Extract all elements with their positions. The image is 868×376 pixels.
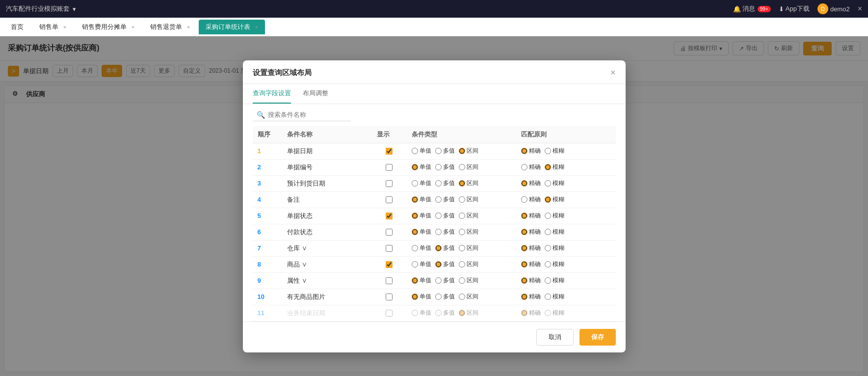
match-radio-模糊[interactable]: 模糊 <box>545 244 564 252</box>
tab-home[interactable]: 首页 <box>4 20 30 34</box>
tab-sales[interactable]: 销售单 × <box>32 20 73 34</box>
match-radio-模糊[interactable]: 模糊 <box>545 163 564 171</box>
dialog-close-btn[interactable]: × <box>610 68 616 77</box>
tab-sales-close[interactable]: × <box>63 24 66 30</box>
match-radio-精确[interactable]: 精确 <box>521 244 541 252</box>
type-radio-多值[interactable]: 多值 <box>435 293 455 301</box>
type-radio-单值[interactable]: 单值 <box>412 195 431 204</box>
show-checkbox[interactable] <box>386 180 393 187</box>
match-radio-模糊[interactable]: 模糊 <box>545 309 564 317</box>
show-checkbox[interactable] <box>386 196 393 203</box>
type-radio-区间[interactable]: 区间 <box>459 309 478 317</box>
type-radio-单值[interactable]: 单值 <box>412 212 431 220</box>
type-radio-多值[interactable]: 多值 <box>435 228 455 236</box>
type-radio-多值[interactable]: 多值 <box>435 163 455 171</box>
type-radio-区间[interactable]: 区间 <box>459 212 478 220</box>
avatar-icon: D <box>817 3 828 14</box>
type-radio-单值[interactable]: 单值 <box>412 244 431 252</box>
match-radio-模糊[interactable]: 模糊 <box>545 260 564 269</box>
match-radio-group: 精确 模糊 <box>521 244 611 252</box>
type-radio-区间[interactable]: 区间 <box>459 163 478 171</box>
match-radio-模糊[interactable]: 模糊 <box>545 293 564 301</box>
match-radio-精确[interactable]: 精确 <box>521 212 541 220</box>
show-cell <box>372 175 407 191</box>
type-radio-单值[interactable]: 单值 <box>412 228 431 236</box>
tab-field-settings[interactable]: 查询字段设置 <box>253 84 291 104</box>
tab-layout-adjust[interactable]: 布局调整 <box>303 84 328 104</box>
type-radio-单值[interactable]: 单值 <box>412 309 431 317</box>
match-cell: 精确 模糊 <box>516 305 616 321</box>
tab-purchase-stats-close[interactable]: × <box>255 24 258 30</box>
type-radio-多值[interactable]: 多值 <box>435 147 455 155</box>
seq-num: 7 <box>258 244 261 252</box>
dialog-search: 🔍 <box>243 104 626 126</box>
show-cell <box>372 305 407 321</box>
type-cell: 单值 多值 区间 <box>407 224 516 240</box>
match-radio-精确[interactable]: 精确 <box>521 293 541 301</box>
type-radio-多值[interactable]: 多值 <box>435 244 455 252</box>
show-cell <box>372 191 407 208</box>
notification-btn[interactable]: 🔔 消息 99+ <box>733 4 771 13</box>
type-radio-区间[interactable]: 区间 <box>459 276 478 285</box>
type-radio-单值[interactable]: 单值 <box>412 276 431 285</box>
save-btn[interactable]: 保存 <box>579 329 616 346</box>
close-top-btn[interactable]: × <box>858 4 862 13</box>
match-radio-group: 精确 模糊 <box>521 179 611 188</box>
type-radio-单值[interactable]: 单值 <box>412 179 431 188</box>
tab-sales-return-close[interactable]: × <box>187 24 190 30</box>
match-radio-模糊[interactable]: 模糊 <box>545 276 564 285</box>
type-radio-多值[interactable]: 多值 <box>435 276 455 285</box>
type-radio-多值[interactable]: 多值 <box>435 309 455 317</box>
match-radio-精确[interactable]: 精确 <box>521 163 541 171</box>
type-radio-多值[interactable]: 多值 <box>435 260 455 269</box>
match-radio-精确[interactable]: 精确 <box>521 228 541 236</box>
cancel-btn[interactable]: 取消 <box>536 329 574 346</box>
type-radio-单值[interactable]: 单值 <box>412 147 431 155</box>
match-radio-精确[interactable]: 精确 <box>521 276 541 285</box>
match-radio-精确[interactable]: 精确 <box>521 147 541 155</box>
show-checkbox[interactable] <box>386 245 393 252</box>
type-radio-区间[interactable]: 区间 <box>459 147 478 155</box>
show-cell <box>372 256 407 272</box>
match-radio-模糊[interactable]: 模糊 <box>545 147 564 155</box>
tab-purchase-stats[interactable]: 采购订单统计表 × <box>199 20 265 34</box>
match-radio-模糊[interactable]: 模糊 <box>545 228 564 236</box>
show-checkbox[interactable] <box>386 148 393 155</box>
tab-sales-cost-close[interactable]: × <box>132 24 134 30</box>
app-download-btn[interactable]: ⬇ App下载 <box>779 4 810 13</box>
show-checkbox[interactable] <box>386 261 393 268</box>
user-avatar[interactable]: D demo2 <box>817 3 850 14</box>
th-name: 条件名称 <box>282 126 371 143</box>
match-radio-精确[interactable]: 精确 <box>521 179 541 188</box>
type-radio-区间[interactable]: 区间 <box>459 260 478 269</box>
type-radio-多值[interactable]: 多值 <box>435 179 455 188</box>
match-radio-精确[interactable]: 精确 <box>521 260 541 269</box>
tab-sales-cost[interactable]: 销售费用分摊单 × <box>75 20 141 34</box>
type-radio-单值[interactable]: 单值 <box>412 163 431 171</box>
show-checkbox[interactable] <box>386 310 393 317</box>
dropdown-icon[interactable]: ▾ <box>73 5 76 13</box>
tab-sales-return[interactable]: 销售退货单 × <box>143 20 197 34</box>
match-radio-精确[interactable]: 精确 <box>521 195 541 204</box>
type-radio-区间[interactable]: 区间 <box>459 293 478 301</box>
show-checkbox[interactable] <box>386 229 393 236</box>
search-input[interactable] <box>268 111 346 118</box>
type-radio-区间[interactable]: 区间 <box>459 179 478 188</box>
type-radio-区间[interactable]: 区间 <box>459 228 478 236</box>
match-radio-精确[interactable]: 精确 <box>521 309 541 317</box>
show-checkbox[interactable] <box>386 164 393 171</box>
match-radio-模糊[interactable]: 模糊 <box>545 212 564 220</box>
dialog-table: 顺序 条件名称 显示 条件类型 匹配原则 1 单据日期 <box>243 126 626 322</box>
match-radio-模糊[interactable]: 模糊 <box>545 179 564 188</box>
type-radio-多值[interactable]: 多值 <box>435 212 455 220</box>
type-radio-区间[interactable]: 区间 <box>459 244 478 252</box>
match-radio-模糊[interactable]: 模糊 <box>545 195 564 204</box>
type-radio-单值[interactable]: 单值 <box>412 260 431 269</box>
type-radio-单值[interactable]: 单值 <box>412 293 431 301</box>
type-radio-区间[interactable]: 区间 <box>459 195 478 204</box>
show-checkbox[interactable] <box>386 213 393 219</box>
match-cell: 精确 模糊 <box>516 159 616 175</box>
type-radio-多值[interactable]: 多值 <box>435 195 455 204</box>
show-checkbox[interactable] <box>386 277 393 284</box>
show-checkbox[interactable] <box>386 294 393 300</box>
